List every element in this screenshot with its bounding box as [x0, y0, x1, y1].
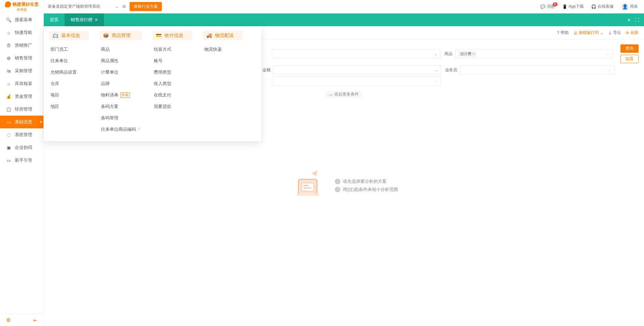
mega-item-partner-code[interactable]: 往来单位商品编码? — [100, 124, 142, 135]
mega-item-income-type[interactable]: 收入类型 — [152, 78, 192, 89]
mega-item-online-pay[interactable]: 在线支付 — [152, 89, 192, 101]
system-select[interactable]: 装备及固定资产辅助管理系统 — [48, 4, 112, 9]
more-icon[interactable]: ··· — [434, 79, 438, 84]
sidebar-collapse-icon[interactable]: ⇤ — [33, 318, 37, 323]
brand-logo[interactable]: 畅捷通好生意 标准版 — [0, 0, 43, 13]
sidebar: 畅捷通好生意 标准版 🔍搜索菜单 ⌂快捷导航 🗓营销推广 ⚙销售管理 🛍采购管理… — [0, 0, 44, 326]
online-service-button[interactable]: 🎧 在线客服 — [589, 4, 616, 9]
close-all-tabs-icon[interactable]: ✕ — [625, 13, 633, 26]
card-icon: 📇 — [52, 33, 59, 39]
truck-icon: 🚚 — [206, 33, 212, 39]
mega-item-express[interactable]: 物流快递 — [203, 44, 243, 55]
mega-item-settlement[interactable]: 结算方式 — [152, 44, 192, 55]
mega-item-department[interactable]: 部门员工 — [49, 44, 89, 55]
mega-item-brand[interactable]: 品牌 — [100, 78, 142, 89]
mega-item-account[interactable]: 账号 — [152, 55, 192, 67]
chevron-down-icon: ⌄ — [600, 31, 604, 35]
tab-home[interactable]: 首页 — [44, 13, 65, 26]
sidebar-item-marketing[interactable]: 🗓营销推广 — [0, 39, 43, 52]
filter-product-label: 商品 — [444, 51, 453, 57]
message-badge: 6 — [553, 2, 558, 6]
sidebar-item-guide[interactable]: ▭新手引导 — [0, 154, 43, 167]
more-icon[interactable]: ··· — [606, 51, 610, 56]
app-download-button[interactable]: 📱 App下载 — [560, 4, 586, 9]
bag-icon: 🛍 — [6, 68, 11, 74]
sidebar-item-enterprise[interactable]: ▣企业协同 — [0, 141, 43, 154]
svg-rect-4 — [297, 194, 320, 196]
filter-product-input[interactable]: 设计费× ··· — [455, 49, 613, 58]
mega-item-bom[interactable]: 物料清单列表 — [100, 89, 142, 101]
printer-icon: 🖨 — [573, 31, 577, 35]
product-tag[interactable]: 设计费× — [458, 51, 476, 57]
warehouse-icon: ⌂ — [6, 81, 11, 86]
home-icon: ⌂ — [6, 30, 11, 35]
help-button[interactable]: ?帮助 — [557, 30, 569, 36]
sidebar-item-label: 经营管理 — [15, 106, 32, 112]
collapse-filters-button[interactable]: ︽收起更多条件 — [325, 91, 363, 98]
mega-item-barcode-mgmt[interactable]: 条码管理 — [100, 112, 142, 124]
chevron-down-icon: ⌄ — [434, 51, 437, 56]
trial-button[interactable]: 体验行业方案 — [130, 2, 162, 11]
mega-col-title: 收付信息 — [165, 33, 183, 39]
sidebar-item-label: 企业协同 — [15, 145, 32, 151]
sidebar-item-label: 搜索菜单 — [15, 17, 32, 23]
sidebar-item-finance[interactable]: 💰资金管理 — [0, 90, 43, 103]
sidebar-item-inventory[interactable]: ⌂库存核算 — [0, 77, 43, 90]
export-button[interactable]: ⤓导出 — [608, 30, 621, 36]
system-select-label: 装备及固定资产辅助管理系统 — [48, 4, 100, 9]
settings-gear-icon[interactable]: ⚙ — [6, 317, 11, 323]
message-button[interactable]: 💬 消息 6 — [538, 4, 557, 9]
filter-field-1[interactable]: ⌄ — [272, 49, 440, 58]
sidebar-item-sales[interactable]: ⚙销售管理 — [0, 52, 43, 65]
fullscreen-icon[interactable]: ⛶ — [633, 13, 641, 26]
mega-col-basic-header: 📇基本信息 — [49, 31, 89, 40]
query-button[interactable]: 查询 — [620, 44, 639, 53]
top-header: 装备及固定资产辅助管理系统 ⌄ ⚙ 体验行业方案 💬 消息 6 📱 App下载 … — [44, 0, 644, 13]
mega-item-warehouse[interactable]: 仓库 — [49, 78, 89, 89]
mega-item-loan[interactable]: 我要贷款 — [152, 101, 192, 112]
settings-button[interactable]: 设置 — [620, 55, 639, 63]
filter-salesperson-label: 业务员 — [445, 67, 457, 73]
sidebar-item-system[interactable]: ◌系统管理 — [0, 128, 43, 141]
mega-item-allow-sales[interactable]: 允销商品设置 — [49, 67, 89, 78]
sidebar-item-basicinfo[interactable]: ▭基础信息 — [0, 116, 43, 128]
mega-item-partner[interactable]: 往来单位 — [49, 55, 89, 67]
filter-amount-input[interactable]: ⌄ — [273, 65, 441, 75]
mega-col-product-header: 📦商品管理 — [100, 31, 142, 40]
refresh-button[interactable]: ⟳刷新 — [626, 30, 639, 36]
brand-sub: 标准版 — [17, 7, 27, 12]
export-label: 导出 — [613, 30, 621, 36]
sidebar-item-operations[interactable]: 📋经营管理 — [0, 103, 43, 116]
filter-input-3[interactable]: ··· — [272, 77, 441, 86]
tab-sales-ranking[interactable]: 销售排行榜 ✕ — [65, 13, 104, 26]
sidebar-footer: ⚙ ⇤ — [0, 314, 43, 326]
mega-item-unit[interactable]: 计量单位 — [100, 67, 142, 78]
user-menu[interactable]: 👤 用友 — [619, 3, 640, 10]
tab-bar: 首页 销售排行榜 ✕ ✕ ⛶ — [44, 13, 644, 26]
empty-step-1: 请先选择要分析的方案 — [343, 178, 387, 185]
print-button[interactable]: 🖨按模板打印⌄ — [573, 30, 604, 36]
sidebar-item-label: 采购管理 — [15, 68, 32, 74]
more-icon[interactable]: ··· — [607, 68, 611, 72]
sidebar-item-label: 快捷导航 — [15, 30, 32, 36]
tag-remove-icon[interactable]: × — [472, 52, 474, 56]
mega-col-title: 商品管理 — [112, 33, 131, 39]
mega-item-barcode-plan[interactable]: 条码方案 — [100, 101, 142, 112]
refresh-label: 刷新 — [631, 30, 639, 36]
step-1-num: 1 — [335, 179, 340, 184]
print-label: 按模板打印 — [579, 30, 599, 36]
close-icon[interactable]: ✕ — [95, 17, 98, 22]
gear-icon[interactable]: ⚙ — [122, 4, 126, 9]
chevron-down-icon[interactable]: ⌄ — [115, 4, 119, 9]
sidebar-item-purchase[interactable]: 🛍采购管理 — [0, 65, 43, 77]
mega-item-expense-type[interactable]: 费用类型 — [152, 67, 192, 78]
logo-icon — [5, 1, 11, 7]
question-icon[interactable]: ? — [138, 127, 140, 132]
mega-item-product[interactable]: 商品 — [100, 44, 142, 55]
filter-salesperson-input[interactable]: ··· — [460, 65, 614, 75]
mega-item-region[interactable]: 地区 — [49, 101, 89, 112]
sidebar-item-quicknav[interactable]: ⌂快捷导航 — [0, 26, 43, 39]
mega-item-product-attr[interactable]: 商品属性 — [100, 55, 142, 67]
mega-item-project[interactable]: 项目 — [49, 89, 89, 101]
sidebar-item-search[interactable]: 🔍搜索菜单 — [0, 13, 43, 26]
